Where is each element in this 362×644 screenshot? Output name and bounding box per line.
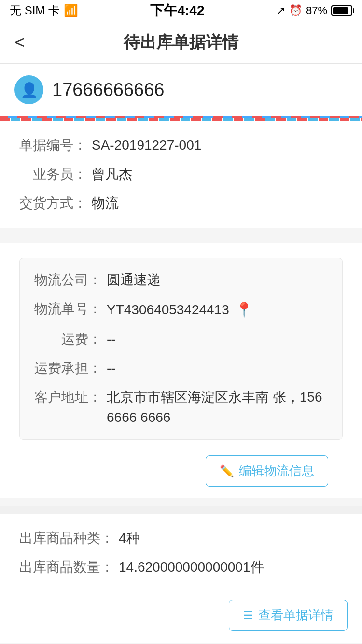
goods-types-value: 4种 — [119, 528, 343, 548]
address-row: 客户地址： 北京市市辖区海淀区永丰南 张，156 6666 6666 — [34, 387, 328, 428]
logistics-company-value: 圆通速递 — [107, 270, 328, 290]
back-button[interactable]: < — [14, 28, 29, 57]
order-no-label: 单据编号： — [19, 135, 92, 155]
salesperson-label: 业务员： — [19, 164, 92, 184]
freight-row: 运费： -- — [34, 329, 328, 350]
logistics-company-row: 物流公司： 圆通速递 — [34, 270, 328, 290]
status-bar: 无 SIM 卡 📶 下午4:42 ↗ ⏰ 87% — [0, 0, 362, 21]
tracking-number: YT43064053424413 — [107, 300, 229, 320]
carrier-label: 无 SIM 卡 — [10, 3, 60, 18]
goods-section: 出库商品种类： 4种 出库商品数量： 14.620000000000001件 — [0, 514, 362, 592]
logistics-company-label: 物流公司： — [34, 270, 107, 290]
list-icon: ☰ — [243, 609, 253, 622]
avatar: 👤 — [14, 75, 43, 104]
freight-label: 运费： — [34, 329, 107, 350]
tracking-row: 物流单号： YT43064053424413 📍 — [34, 299, 328, 321]
address-label: 客户地址： — [34, 387, 107, 407]
nav-bar: < 待出库单据详情 — [0, 21, 362, 64]
goods-types-row: 出库商品种类： 4种 — [19, 528, 343, 548]
alarm-icon: ⏰ — [289, 4, 302, 17]
freight-bearer-label: 运费承担： — [34, 358, 107, 378]
salesperson-value: 曾凡杰 — [92, 164, 343, 184]
page: 无 SIM 卡 📶 下午4:42 ↗ ⏰ 87% < 待出库单据详情 👤 176… — [0, 0, 362, 644]
edit-icon: ✏️ — [220, 464, 234, 478]
order-no-row: 单据编号： SA-20191227-001 — [19, 135, 343, 155]
edit-logistics-btn-container: ✏️ 编辑物流信息 — [19, 448, 343, 498]
status-time: 下午4:42 — [150, 1, 204, 20]
gray-divider — [0, 506, 362, 514]
location-status-icon: ↗ — [277, 4, 285, 17]
salesperson-row: 业务员： 曾凡杰 — [19, 164, 343, 184]
freight-value: -- — [107, 329, 328, 350]
delivery-row: 交货方式： 物流 — [19, 193, 343, 213]
main-content: 单据编号： SA-20191227-001 业务员： 曾凡杰 交货方式： 物流 … — [0, 121, 362, 644]
wifi-icon: 📶 — [64, 4, 78, 17]
edit-logistics-button[interactable]: ✏️ 编辑物流信息 — [206, 455, 328, 487]
status-left: 无 SIM 卡 📶 — [10, 3, 78, 18]
tracking-label: 物流单号： — [34, 299, 107, 319]
battery-fill — [333, 7, 348, 14]
goods-quantity-value: 14.620000000000001件 — [119, 557, 343, 577]
goods-types-label: 出库商品种类： — [19, 528, 119, 548]
battery-bar — [331, 5, 352, 16]
customer-phone: 17666666666 — [52, 80, 164, 100]
tracking-location-icon[interactable]: 📍 — [235, 299, 253, 321]
delivery-label: 交货方式： — [19, 193, 92, 213]
freight-bearer-value: -- — [107, 358, 328, 378]
order-no-value: SA-20191227-001 — [92, 135, 343, 155]
address-value: 北京市市辖区海淀区永丰南 张，156 6666 6666 — [107, 387, 328, 428]
delivery-value: 物流 — [92, 193, 343, 213]
tracking-value: YT43064053424413 📍 — [107, 299, 328, 321]
section-gap-1 — [0, 236, 362, 243]
edit-logistics-label: 编辑物流信息 — [239, 462, 314, 479]
logistics-card: 物流公司： 圆通速递 物流单号： YT43064053424413 📍 运费： … — [19, 258, 343, 440]
view-details-btn-container: ☰ 查看单据详情 — [0, 592, 362, 643]
goods-quantity-row: 出库商品数量： 14.620000000000001件 — [19, 557, 343, 577]
page-title: 待出库单据详情 — [124, 31, 238, 54]
goods-quantity-label: 出库商品数量： — [19, 557, 119, 577]
logistics-section: 物流公司： 圆通速递 物流单号： YT43064053424413 📍 运费： … — [0, 243, 362, 498]
status-right: ↗ ⏰ 87% — [277, 4, 352, 17]
view-details-label: 查看单据详情 — [258, 607, 334, 624]
battery-label: 87% — [306, 4, 327, 17]
freight-bearer-row: 运费承担： -- — [34, 358, 328, 378]
order-info-section: 单据编号： SA-20191227-001 业务员： 曾凡杰 交货方式： 物流 — [0, 121, 362, 228]
avatar-icon: 👤 — [20, 82, 38, 98]
view-details-button[interactable]: ☰ 查看单据详情 — [229, 600, 348, 631]
customer-header: 👤 17666666666 — [0, 64, 362, 118]
